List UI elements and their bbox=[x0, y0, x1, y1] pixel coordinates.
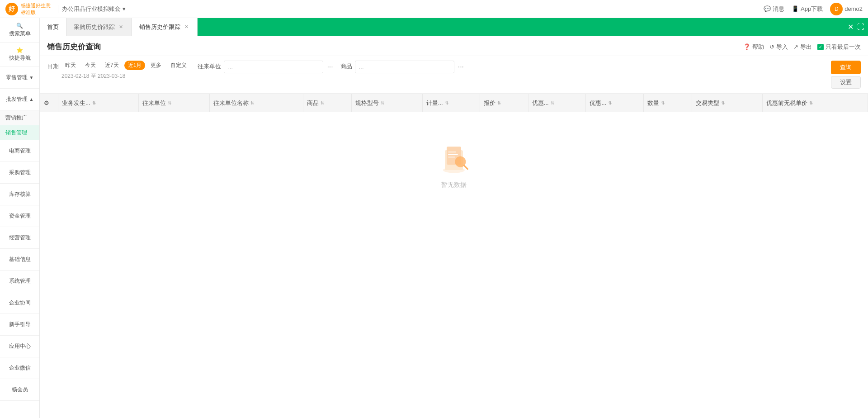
sidebar-item-quick-nav[interactable]: ⭐ 快捷导航 bbox=[0, 43, 39, 67]
col-discount2[interactable]: 优惠... ⇅ bbox=[586, 94, 644, 112]
tab-close-all-icon[interactable]: ✕ bbox=[848, 23, 854, 31]
col-product[interactable]: 商品 ⇅ bbox=[303, 94, 352, 112]
search-icon: 🔍 bbox=[16, 23, 23, 29]
gear-icon: ⚙ bbox=[44, 100, 49, 106]
sidebar-item-basic-info[interactable]: 基础信息 bbox=[0, 249, 39, 271]
col-trade-type[interactable]: 交易类型 ⇅ bbox=[692, 94, 763, 112]
main-layout: 🔍 搜索菜单 ⭐ 快捷导航 零售管理 ▼ 批发管理 ▲ 营销推广 销售管理 电商… bbox=[0, 18, 868, 418]
empty-text: 暂无数据 bbox=[441, 181, 467, 189]
sort-icon: ⇅ bbox=[809, 100, 813, 105]
filter-action-buttons: 查询 设置 bbox=[831, 61, 861, 89]
export-icon: ↗ bbox=[793, 43, 798, 50]
date-btn-last7days[interactable]: 近7天 bbox=[101, 61, 123, 70]
sidebar-item-operations[interactable]: 经营管理 bbox=[0, 227, 39, 249]
sidebar-item-retail-mgmt[interactable]: 零售管理 ▼ bbox=[0, 67, 39, 89]
sidebar-item-wholesale-mgmt[interactable]: 批发管理 ▲ bbox=[0, 89, 39, 110]
date-btn-today[interactable]: 今天 bbox=[81, 61, 99, 70]
tab-bar-actions: ✕ ⛶ bbox=[848, 23, 868, 31]
search-button[interactable]: 查询 bbox=[831, 61, 861, 74]
date-range-display: 2023-02-18 至 2023-03-18 bbox=[61, 72, 190, 80]
sort-icon: ⇅ bbox=[92, 100, 96, 105]
col-biz-date[interactable]: 业务发生... ⇅ bbox=[58, 94, 139, 112]
sidebar-item-inventory[interactable]: 库存核算 bbox=[0, 184, 39, 205]
page-header: 销售历史价查询 ❓ 帮助 ↺ 导入 ↗ 导出 ✓ bbox=[40, 36, 868, 56]
checkbox-icon: ✓ bbox=[817, 44, 824, 50]
help-action[interactable]: ❓ 帮助 bbox=[743, 43, 764, 51]
sidebar: 🔍 搜索菜单 ⭐ 快捷导航 零售管理 ▼ 批发管理 ▲ 营销推广 销售管理 电商… bbox=[0, 18, 40, 418]
user-profile-action[interactable]: D demo2 bbox=[830, 3, 863, 15]
date-label: 日期 bbox=[47, 61, 59, 71]
counterpart-picker-icon[interactable]: ··· bbox=[327, 63, 333, 71]
tab-sales-history[interactable]: 销售历史价跟踪 ✕ bbox=[132, 18, 198, 36]
col-quantity[interactable]: 数量 ⇅ bbox=[643, 94, 692, 112]
tab-bar: 首页 采购历史价跟踪 ✕ 销售历史价跟踪 ✕ ✕ ⛶ bbox=[40, 18, 868, 36]
counterpart-input-wrapper: ··· bbox=[224, 61, 333, 73]
help-icon: ❓ bbox=[743, 43, 750, 50]
col-settings[interactable]: ⚙ bbox=[40, 94, 58, 112]
col-unit[interactable]: 计量... ⇅ bbox=[422, 94, 480, 112]
sidebar-item-enterprise-collab[interactable]: 企业协同 bbox=[0, 292, 39, 314]
page-title: 销售历史价查询 bbox=[47, 42, 101, 52]
logo-icon: 好 bbox=[5, 3, 18, 15]
sort-icon: ⇅ bbox=[721, 100, 725, 105]
sidebar-item-enterprise-wechat[interactable]: 企业微信 bbox=[0, 357, 39, 379]
counterpart-input[interactable] bbox=[224, 61, 323, 73]
header-left: 好 畅捷通好生意 标准版 办公用品行业模拟账套 ▾ bbox=[5, 2, 129, 15]
col-quote[interactable]: 报价 ⇅ bbox=[480, 94, 528, 112]
sidebar-item-search-menu[interactable]: 🔍 搜索菜单 bbox=[0, 18, 39, 43]
date-btn-yesterday[interactable]: 昨天 bbox=[61, 61, 80, 70]
filter-bar: 日期 昨天 今天 近7天 近1月 更多 自定义 2023-02-18 至 202… bbox=[40, 56, 868, 94]
sidebar-item-ecommerce[interactable]: 电商管理 bbox=[0, 140, 39, 162]
app-download-action[interactable]: 📱 App下载 bbox=[792, 5, 823, 13]
counterpart-label: 往来单位 bbox=[198, 61, 221, 71]
sidebar-item-finance[interactable]: 资金管理 bbox=[0, 205, 39, 227]
star-icon: ⭐ bbox=[16, 47, 23, 53]
chevron-up-icon: ▲ bbox=[29, 97, 34, 102]
product-picker-icon[interactable]: ··· bbox=[458, 63, 464, 71]
sidebar-item-membership[interactable]: 畅会员 bbox=[0, 379, 39, 401]
sidebar-item-new-guide[interactable]: 新手引导 bbox=[0, 314, 39, 336]
import-action[interactable]: ↺ 导入 bbox=[769, 43, 788, 51]
col-counterpart[interactable]: 往来单位 ⇅ bbox=[138, 94, 209, 112]
sidebar-item-system-mgmt[interactable]: 系统管理 bbox=[0, 271, 39, 292]
sidebar-section-wholesale: 营销推广 销售管理 bbox=[0, 110, 39, 140]
col-pretax-price[interactable]: 优惠前无税单价 ⇅ bbox=[763, 94, 868, 112]
col-counterpart-name[interactable]: 往来单位名称 ⇅ bbox=[209, 94, 303, 112]
chevron-down-icon: ▼ bbox=[29, 75, 34, 80]
col-spec[interactable]: 规格型号 ⇅ bbox=[351, 94, 422, 112]
sort-icon: ⇅ bbox=[381, 100, 384, 105]
sidebar-item-app-center[interactable]: 应用中心 bbox=[0, 336, 39, 357]
sort-icon: ⇅ bbox=[551, 100, 554, 105]
tab-close-sales-history[interactable]: ✕ bbox=[183, 24, 190, 30]
tab-close-purchase-history[interactable]: ✕ bbox=[118, 24, 124, 30]
tab-home[interactable]: 首页 bbox=[40, 18, 66, 36]
date-btn-more[interactable]: 更多 bbox=[147, 61, 165, 70]
chevron-down-icon: ▾ bbox=[123, 5, 126, 12]
tab-maximize-icon[interactable]: ⛶ bbox=[857, 23, 864, 31]
export-action[interactable]: ↗ 导出 bbox=[793, 43, 812, 51]
empty-state: 暂无数据 bbox=[40, 112, 868, 216]
date-btn-custom[interactable]: 自定义 bbox=[167, 61, 190, 70]
table-header-row: ⚙ 业务发生... ⇅ 往来单位 bbox=[40, 94, 868, 112]
sort-icon: ⇅ bbox=[608, 100, 612, 105]
sort-icon: ⇅ bbox=[497, 100, 501, 105]
sort-icon: ⇅ bbox=[661, 100, 665, 105]
empty-state-icon bbox=[436, 139, 472, 176]
message-action[interactable]: 💬 消息 bbox=[764, 5, 784, 13]
header-right: 💬 消息 📱 App下载 D demo2 bbox=[764, 3, 863, 15]
avatar: D bbox=[830, 3, 843, 15]
sidebar-sub-item-sales-mgmt[interactable]: 销售管理 bbox=[0, 125, 39, 140]
col-discount1[interactable]: 优惠... ⇅ bbox=[528, 94, 586, 112]
app-selector-dropdown[interactable]: 办公用品行业模拟账套 ▾ bbox=[58, 5, 129, 13]
sort-icon: ⇅ bbox=[168, 100, 171, 105]
tab-purchase-history[interactable]: 采购历史价跟踪 ✕ bbox=[66, 18, 132, 36]
page-content: 销售历史价查询 ❓ 帮助 ↺ 导入 ↗ 导出 ✓ bbox=[40, 36, 868, 418]
date-btn-last1month[interactable]: 近1月 bbox=[124, 61, 146, 70]
only-last-checkbox[interactable]: ✓ 只看最后一次 bbox=[817, 43, 861, 51]
product-input[interactable] bbox=[355, 61, 454, 73]
sidebar-item-purchase-mgmt[interactable]: 采购管理 bbox=[0, 162, 39, 184]
message-icon: 💬 bbox=[764, 5, 771, 12]
sort-icon: ⇅ bbox=[445, 100, 448, 105]
sidebar-sub-item-marketing[interactable]: 营销推广 bbox=[0, 110, 39, 125]
settings-button[interactable]: 设置 bbox=[831, 76, 861, 89]
